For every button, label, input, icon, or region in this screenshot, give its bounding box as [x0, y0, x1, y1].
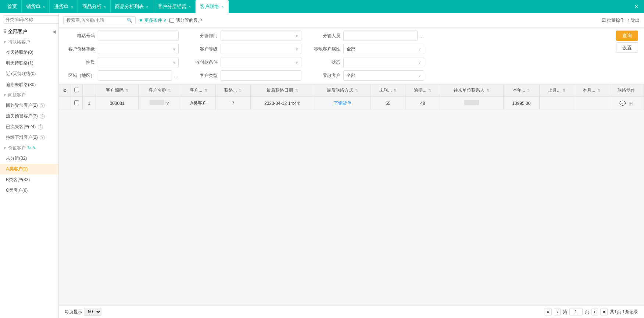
filter-select-retail-customer[interactable]: 全部 ∨: [343, 70, 424, 81]
sidebar-item-declining[interactable]: 持续下滑客户(2) ?: [0, 132, 58, 143]
row-checkbox[interactable]: [74, 100, 79, 105]
close-icon[interactable]: ×: [189, 4, 191, 9]
col-header-settings[interactable]: ⚙: [59, 84, 71, 97]
action-icons-group: 💬 ⊞: [611, 100, 641, 106]
sort-icon: ⇅: [597, 88, 600, 92]
sidebar-item-rebuy-abnormal[interactable]: 回购异常客户(2) ?: [0, 100, 58, 111]
cell-overdue: 48: [405, 97, 440, 110]
col-header-overdue[interactable]: 逾期... ⇅: [405, 84, 440, 97]
sidebar-item-tomorrow[interactable]: 明天待联络(1): [0, 58, 58, 68]
link-last-contact-method[interactable]: 下销货单: [334, 100, 351, 106]
sidebar-item-c-class[interactable]: C类客户(6): [0, 185, 58, 196]
per-page-select[interactable]: 50: [84, 308, 101, 316]
col-header-checkbox[interactable]: [71, 84, 83, 97]
close-icon[interactable]: ×: [43, 4, 45, 9]
filter-input-region[interactable]: [98, 70, 172, 81]
sidebar-item-ungrouped[interactable]: 未分组(32): [0, 153, 58, 164]
my-customers-checkbox[interactable]: [169, 18, 174, 23]
triangle-icon: ▼: [3, 146, 7, 150]
col-header-this-month[interactable]: 本月... ⇅: [574, 84, 609, 97]
sidebar-item-b-class[interactable]: B类客户(33): [0, 174, 58, 185]
col-header-last-contact-date[interactable]: 最后联络日期 ⇅: [250, 84, 314, 97]
edit-icon[interactable]: ✎: [32, 145, 36, 151]
sidebar-item-7days[interactable]: 近7天待联络(0): [0, 68, 58, 79]
nav-tab-purchase[interactable]: 进货单 ×: [50, 0, 78, 13]
sidebar-group-problem[interactable]: ▼ 问题客户: [0, 90, 58, 100]
nav-tab-customer-contact[interactable]: 客户联络 ×: [196, 0, 228, 13]
select-all-checkbox[interactable]: [74, 88, 79, 92]
close-icon[interactable]: ×: [71, 4, 73, 9]
col-header-no-contact[interactable]: 未联... ⇅: [371, 84, 405, 97]
col-header-this-year[interactable]: 本年... ⇅: [503, 84, 539, 97]
sidebar-item-churned[interactable]: 已流失客户(24) ?: [0, 121, 58, 132]
first-page-button[interactable]: «: [544, 308, 552, 315]
sidebar-group-pending[interactable]: ▼ 待联络客户: [0, 37, 58, 47]
nav-tab-customer-tier[interactable]: 客户分层经营 ×: [153, 0, 196, 13]
batch-operations-button[interactable]: ☑ 批量操作: [602, 17, 625, 24]
col-header-code[interactable]: 客户编码 ⇅: [96, 84, 139, 97]
refresh-icon[interactable]: ↻: [27, 145, 31, 151]
total-records: 共1页 1条记录: [610, 309, 638, 315]
col-header-type[interactable]: 客户... ⇅: [181, 84, 216, 97]
filter-search-input[interactable]: [67, 18, 125, 23]
search-icon[interactable]: 🔍: [127, 18, 132, 23]
cell-type: A类客户: [181, 97, 216, 110]
export-button[interactable]: ↑ 导出: [627, 17, 640, 24]
more-conditions-button[interactable]: ▼ 更多条件 ∨: [139, 17, 167, 24]
cell-checkbox[interactable]: [71, 97, 83, 110]
nav-tab-product-analysis-list[interactable]: 商品分析列表 ×: [111, 0, 153, 13]
more-icon[interactable]: …: [173, 73, 179, 78]
chevron-down-icon: ∨: [296, 34, 298, 38]
filter-action-column: 查询 设置: [613, 31, 638, 53]
help-icon: ?: [38, 124, 43, 130]
col-header-company-contact[interactable]: 往来单位联系人 ⇅: [440, 84, 503, 97]
table-row: 1 000031 ？ A类客户 7 2023-04-12 14:44: 下销货单…: [59, 97, 644, 110]
filter-input-phone[interactable]: [98, 31, 179, 41]
sidebar-group-value[interactable]: ▼ 价值客户 ↻ ✎: [0, 143, 58, 153]
close-icon[interactable]: ×: [146, 4, 148, 9]
more-icon[interactable]: …: [419, 33, 424, 39]
filter-label-phone: 电话号码: [65, 33, 98, 39]
filter-select-payment[interactable]: ∨: [221, 57, 301, 67]
filter-select-nature[interactable]: ∨: [98, 57, 179, 67]
col-header-last-month[interactable]: 上月... ⇅: [540, 84, 574, 97]
collapse-icon[interactable]: ◀: [53, 29, 56, 34]
last-page-button[interactable]: »: [600, 308, 608, 315]
next-page-button[interactable]: ›: [591, 308, 598, 315]
sidebar-search-input[interactable]: [3, 15, 59, 24]
page-input[interactable]: [569, 308, 583, 315]
filter-label-customer-level: 客户等级: [187, 46, 221, 52]
cell-last-contact-method[interactable]: 下销货单: [314, 97, 371, 110]
close-icon[interactable]: ×: [221, 4, 223, 9]
query-button[interactable]: 查询: [616, 31, 638, 41]
col-header-last-contact-method[interactable]: 最后联络方式 ⇅: [314, 84, 371, 97]
filter-input-customer-type[interactable]: [221, 70, 301, 81]
batch-icon: ☑: [602, 18, 606, 23]
table-header-row: ⚙ 客户编码 ⇅ 客户名称 ⇅ 客户... ⇅: [59, 84, 644, 97]
col-header-name[interactable]: 客户名称 ⇅: [139, 84, 181, 97]
nav-tab-product-analysis[interactable]: 商品分析 ×: [78, 0, 111, 13]
prev-page-button[interactable]: ‹: [554, 308, 561, 315]
filter-select-price-level[interactable]: ∨: [98, 44, 179, 54]
filter-select-customer-level[interactable]: ∨: [221, 44, 301, 54]
filter-select-dept[interactable]: ∨: [221, 31, 301, 41]
col-header-contact[interactable]: 联络... ⇅: [216, 84, 250, 97]
filter-select-status[interactable]: ∨: [343, 57, 424, 67]
sidebar-item-today[interactable]: 今天待联络(0): [0, 47, 58, 58]
sidebar-all-customers[interactable]: ⠿ 全部客户 ◀: [0, 26, 58, 37]
table-scroll-area[interactable]: ⚙ 客户编码 ⇅ 客户名称 ⇅ 客户... ⇅: [59, 84, 644, 305]
filter-search-box: 🔍: [63, 16, 136, 24]
sidebar-item-overdue[interactable]: 逾期未联络(30): [0, 80, 58, 90]
grid-icon[interactable]: ⊞: [629, 100, 633, 106]
sort-icon: ⇅: [204, 88, 207, 92]
app-close-button[interactable]: ×: [632, 2, 641, 11]
filter-input-person[interactable]: [343, 31, 418, 41]
chat-icon[interactable]: 💬: [619, 100, 626, 106]
settings-button[interactable]: 设置: [616, 42, 638, 53]
sidebar-item-a-class[interactable]: A类客户(1): [0, 164, 58, 174]
nav-tab-sales[interactable]: 销货单 ×: [22, 0, 50, 13]
close-icon[interactable]: ×: [104, 4, 106, 9]
filter-select-retail-attr[interactable]: 全部 ∨: [343, 44, 424, 54]
nav-tab-home[interactable]: 首页: [3, 0, 22, 13]
sidebar-item-churn-warning[interactable]: 流失预警客户(3) ?: [0, 111, 58, 121]
